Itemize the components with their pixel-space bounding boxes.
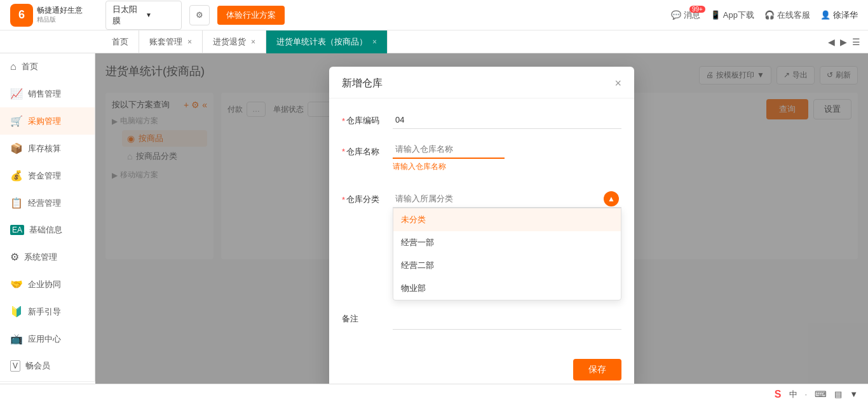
dropdown-item-unclassified[interactable]: 未分类 (393, 208, 621, 231)
code-input[interactable] (393, 111, 621, 129)
sidebar-item-label: 采购管理 (28, 116, 61, 127)
tab-close-icon[interactable]: × (187, 37, 192, 46)
category-field-row: * 仓库分类 ▲ 未分类 经营一部 (342, 190, 621, 208)
dropdown-item-dept2[interactable]: 经营二部 (393, 254, 621, 277)
sidebar-item-member[interactable]: V 畅会员 (0, 353, 95, 379)
tab-prev-icon[interactable]: ◀ (828, 37, 835, 47)
username: 徐泽华 (833, 10, 858, 21)
user-profile[interactable]: 👤 徐泽华 (820, 10, 858, 21)
purchase-icon: 🛒 (10, 115, 23, 127)
tab-purchase-return[interactable]: 进货退货 × (203, 30, 266, 53)
status-s-logo: S (775, 389, 782, 400)
sidebar-item-label: 首页 (22, 61, 38, 72)
inventory-icon: 📦 (10, 142, 23, 154)
sidebar: ⌂ 首页 📈 销售管理 🛒 采购管理 📦 库存核算 💰 资金管理 📋 经营管理 … (0, 53, 95, 404)
trial-button[interactable]: 体验行业方案 (217, 6, 285, 25)
sidebar-item-label: 库存核算 (28, 143, 61, 154)
sidebar-item-label: 应用中心 (28, 333, 61, 345)
tab-close-icon[interactable]: × (251, 37, 255, 46)
settings-button[interactable]: ⚙ (189, 5, 210, 25)
online-service-button[interactable]: 🎧 在线客服 (764, 10, 810, 21)
store-selector[interactable]: 日太阳膜 ▼ (105, 1, 182, 30)
tab-controls: ◀ ▶ ☰ (828, 37, 868, 47)
arrow-up-icon: ▲ (607, 194, 615, 203)
tab-purchase-stats[interactable]: 进货单统计表（按商品） × (266, 30, 388, 53)
user-icon: 👤 (820, 10, 831, 20)
sidebar-item-enterprise[interactable]: 🤝 企业协同 (0, 271, 95, 298)
status-arrow-icon[interactable]: ▼ (850, 389, 858, 399)
modal-body: * 仓库编码 * 仓库名称 (329, 98, 634, 351)
tab-next-icon[interactable]: ▶ (840, 37, 847, 47)
main-layout: ⌂ 首页 📈 销售管理 🛒 采购管理 📦 库存核算 💰 资金管理 📋 经营管理 … (0, 53, 868, 404)
sidebar-item-finance[interactable]: 💰 资金管理 (0, 162, 95, 189)
message-button[interactable]: 💬 消息 99+ (671, 10, 700, 21)
phone-icon: 📱 (710, 10, 721, 20)
basic-info-icon: EA (10, 225, 24, 235)
sidebar-item-inventory[interactable]: 📦 库存核算 (0, 135, 95, 162)
dropdown-item-dept3[interactable]: 物业部 (393, 277, 621, 300)
status-bar: S 中 · ⌨ ▤ ▼ (0, 384, 868, 404)
finance-icon: 💰 (10, 170, 23, 182)
logo-text: 畅捷通好生意 (37, 6, 83, 16)
sidebar-item-guide[interactable]: 🔰 新手引导 (0, 298, 95, 325)
add-warehouse-modal: 新增仓库 × * 仓库编码 (329, 67, 634, 391)
modal-title: 新增仓库 (342, 77, 383, 90)
name-input[interactable] (393, 140, 505, 159)
sidebar-item-purchase[interactable]: 🛒 采购管理 (0, 107, 95, 135)
sidebar-item-label: 企业协同 (28, 279, 61, 290)
message-badge: 99+ (689, 6, 705, 13)
app-download-button[interactable]: 📱 App下载 (710, 10, 754, 21)
modal-header: 新增仓库 × (329, 67, 634, 98)
note-field-row: 备注 (342, 309, 621, 330)
content-area: 进货单统计(按商品) 🖨 按模板打印 ▼ ↗ 导出 ↺ 刷新 (95, 53, 868, 404)
tab-home[interactable]: 首页 (102, 30, 139, 53)
sidebar-item-label: 基础信息 (29, 224, 62, 236)
header-right: 💬 消息 99+ 📱 App下载 🎧 在线客服 👤 徐泽华 (671, 10, 858, 21)
category-dropdown-toggle[interactable]: ▲ (604, 191, 619, 206)
note-label: 备注 (342, 309, 393, 325)
status-grid-icon[interactable]: ▤ (834, 389, 842, 399)
guide-icon: 🔰 (10, 306, 23, 318)
code-field-row: * 仓库编码 (342, 111, 621, 129)
modal-close-button[interactable]: × (614, 77, 621, 90)
status-dot-icon: · (805, 389, 808, 399)
chevron-down-icon: ▼ (146, 11, 175, 18)
category-input[interactable] (393, 190, 621, 208)
sidebar-item-system[interactable]: ⚙ 系统管理 (0, 243, 95, 271)
app-center-icon: 📺 (10, 333, 23, 345)
status-zh-icon[interactable]: 中 (789, 389, 797, 400)
name-error-msg: 请输入仓库名称 (393, 161, 446, 172)
sidebar-item-home[interactable]: ⌂ 首页 (0, 53, 95, 80)
sidebar-item-basic-info[interactable]: EA 基础信息 (0, 217, 95, 243)
member-icon: V (10, 360, 20, 372)
logo-area: 6 畅捷通好生意 精品版 (10, 4, 105, 27)
enterprise-icon: 🤝 (10, 278, 23, 290)
sidebar-item-label: 系统管理 (24, 252, 57, 263)
service-label: 在线客服 (777, 10, 810, 21)
category-label: * 仓库分类 (342, 190, 393, 205)
gear-icon: ⚙ (196, 10, 203, 20)
modal-overlay-container: 新增仓库 × * 仓库编码 (95, 53, 868, 404)
tab-account[interactable]: 账套管理 × (139, 30, 203, 53)
name-field-row: * 仓库名称 请输入仓库名称 (342, 140, 621, 172)
top-header: 6 畅捷通好生意 精品版 日太阳膜 ▼ ⚙ 体验行业方案 💬 消息 99+ 📱 … (0, 0, 868, 30)
app-label: App下载 (723, 10, 754, 21)
logo-icon: 6 (10, 4, 33, 27)
code-label: * 仓库编码 (342, 111, 393, 126)
sidebar-item-label: 销售管理 (28, 88, 61, 100)
note-input[interactable] (393, 309, 621, 330)
sidebar-item-sales[interactable]: 📈 销售管理 (0, 80, 95, 107)
sidebar-item-operations[interactable]: 📋 经营管理 (0, 189, 95, 217)
sidebar-item-label: 资金管理 (28, 170, 61, 182)
status-keyboard-icon[interactable]: ⌨ (815, 389, 827, 399)
tab-menu-icon[interactable]: ☰ (852, 37, 860, 47)
save-button[interactable]: 保存 (573, 359, 621, 380)
home-icon: ⌂ (10, 61, 17, 72)
dropdown-item-dept1[interactable]: 经营一部 (393, 231, 621, 254)
system-icon: ⚙ (10, 251, 19, 263)
sidebar-item-label: 畅会员 (25, 360, 50, 372)
tab-bar: 首页 账套管理 × 进货退货 × 进货单统计表（按商品） × ◀ ▶ ☰ (0, 30, 868, 53)
tab-close-icon[interactable]: × (372, 37, 377, 46)
sidebar-item-app-center[interactable]: 📺 应用中心 (0, 325, 95, 353)
store-name: 日太阳膜 (112, 4, 142, 27)
